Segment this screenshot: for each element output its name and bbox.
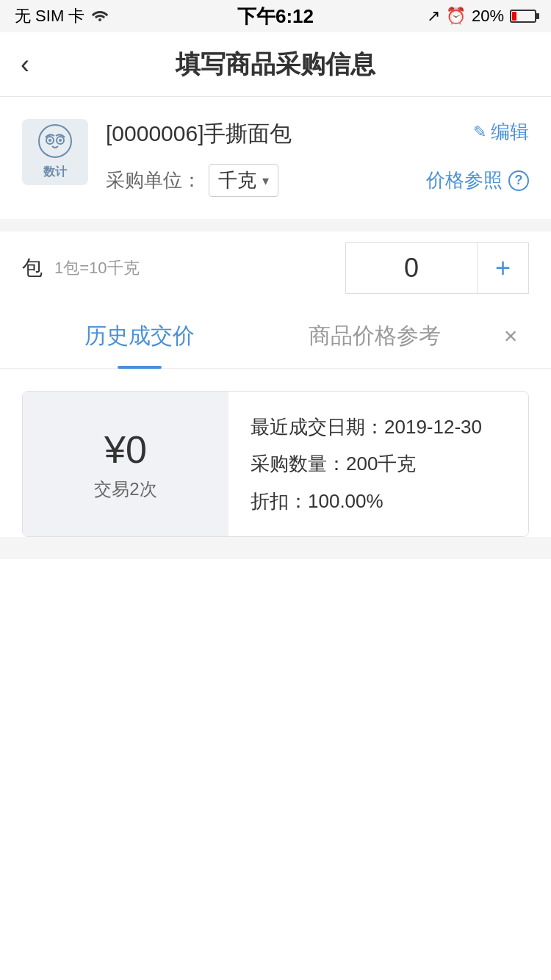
edit-label: 编辑 bbox=[491, 119, 529, 145]
logo-owl-icon bbox=[38, 124, 72, 162]
currency-symbol: ¥ bbox=[104, 428, 126, 471]
price-card-right: 最近成交日期：2019-12-30 采购数量：200千克 折扣：100.00% bbox=[228, 392, 528, 536]
battery-icon bbox=[510, 10, 536, 23]
quantity-input[interactable] bbox=[345, 242, 478, 294]
battery-percent: 20% bbox=[472, 7, 504, 26]
time-display: 下午6:12 bbox=[237, 4, 314, 29]
quantity-unit-badge: 包 bbox=[22, 254, 43, 282]
price-discount-row: 折扣：100.00% bbox=[251, 488, 506, 514]
nav-bar: ‹ 填写商品采购信息 bbox=[0, 32, 551, 97]
unit-label: 采购单位： 千克 ▾ bbox=[106, 164, 278, 197]
status-left: 无 SIM 卡 bbox=[15, 5, 108, 27]
price-ref-button[interactable]: 价格参照 ? bbox=[426, 167, 529, 193]
price-card-left: ¥0 交易2次 bbox=[23, 392, 228, 536]
tabs-header: 历史成交价 商品价格参考 × bbox=[0, 304, 551, 369]
price-quantity-row: 采购数量：200千克 bbox=[251, 450, 506, 477]
tab-product-price-ref[interactable]: 商品价格参考 bbox=[257, 304, 492, 369]
product-header: [0000006]手撕面包 ✎ 编辑 bbox=[106, 119, 529, 149]
wifi-icon bbox=[92, 7, 108, 26]
unit-select[interactable]: 千克 ▾ bbox=[209, 164, 278, 197]
edit-button[interactable]: ✎ 编辑 bbox=[473, 119, 529, 145]
svg-point-0 bbox=[39, 125, 71, 157]
product-info: [0000006]手撕面包 ✎ 编辑 采购单位： 千克 ▾ 价格参照 ? bbox=[106, 119, 529, 197]
logo-brand-text: 数计 bbox=[43, 165, 67, 180]
location-icon: ↗ bbox=[427, 7, 440, 26]
tab-indicator bbox=[118, 366, 162, 369]
alarm-icon: ⏰ bbox=[446, 7, 466, 26]
product-section: 数计 [0000006]手撕面包 ✎ 编辑 采购单位： 千克 ▾ 价格参照 ? bbox=[0, 97, 551, 219]
edit-icon: ✎ bbox=[473, 123, 486, 142]
status-right: ↗ ⏰ 20% bbox=[427, 7, 536, 26]
price-date-row: 最近成交日期：2019-12-30 bbox=[251, 414, 506, 440]
tabs-section: 历史成交价 商品价格参考 × ¥0 交易2次 最近成交日期：2019-12-30… bbox=[0, 304, 551, 537]
quantity-conversion: 1包=10千克 bbox=[54, 257, 140, 279]
carrier-text: 无 SIM 卡 bbox=[15, 5, 84, 27]
price-transactions: 交易2次 bbox=[94, 478, 156, 501]
product-logo: 数计 bbox=[22, 119, 88, 185]
unit-prefix: 采购单位： bbox=[106, 167, 201, 193]
quantity-input-group: + bbox=[345, 242, 529, 294]
unit-value: 千克 bbox=[218, 167, 256, 193]
back-button[interactable]: ‹ bbox=[21, 49, 29, 80]
price-amount: ¥0 bbox=[104, 428, 147, 472]
product-unit-row: 采购单位： 千克 ▾ 价格参照 ? bbox=[106, 164, 529, 197]
bottom-fill bbox=[0, 559, 551, 980]
tab-product-price-ref-label: 商品价格参考 bbox=[309, 321, 441, 351]
price-value: 0 bbox=[126, 428, 147, 471]
tab-history-price[interactable]: 历史成交价 bbox=[22, 304, 257, 369]
product-name: [0000006]手撕面包 bbox=[106, 119, 292, 149]
price-card: ¥0 交易2次 最近成交日期：2019-12-30 采购数量：200千克 折扣：… bbox=[22, 391, 529, 537]
status-bar: 无 SIM 卡 下午6:12 ↗ ⏰ 20% bbox=[0, 0, 551, 32]
quantity-plus-button[interactable]: + bbox=[478, 242, 529, 294]
page-title: 填写商品采购信息 bbox=[176, 48, 375, 82]
quantity-label: 包 1包=10千克 bbox=[22, 254, 140, 282]
svg-point-4 bbox=[59, 139, 62, 142]
price-ref-label: 价格参照 bbox=[426, 167, 503, 193]
chevron-down-icon: ▾ bbox=[262, 173, 269, 189]
tab-close-button[interactable]: × bbox=[492, 318, 529, 355]
quantity-section: 包 1包=10千克 + bbox=[0, 231, 551, 304]
info-icon: ? bbox=[508, 170, 529, 191]
svg-point-3 bbox=[48, 139, 51, 142]
tab-history-price-label: 历史成交价 bbox=[84, 321, 195, 351]
